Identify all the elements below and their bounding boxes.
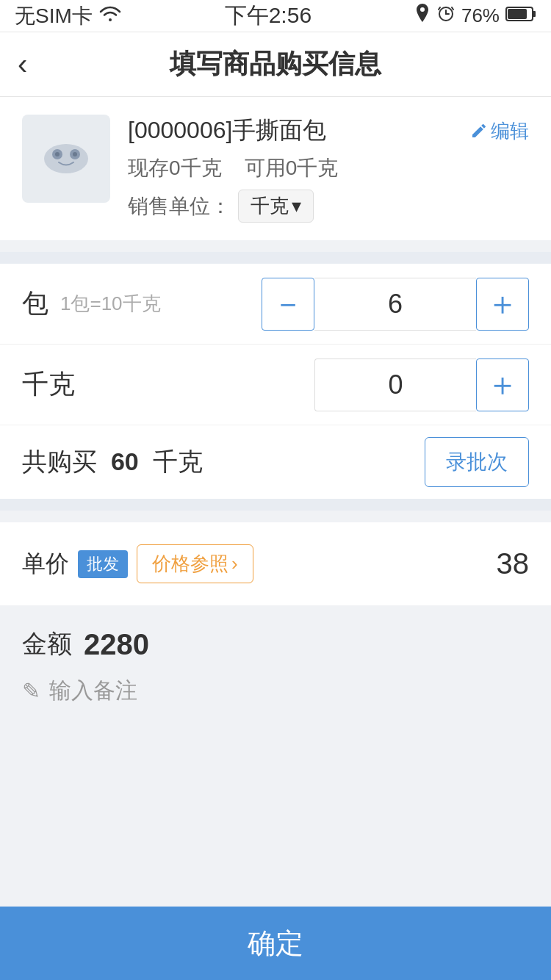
price-label: 单价 bbox=[22, 548, 69, 580]
svg-rect-5 bbox=[508, 9, 527, 19]
unit-value: 千克 bbox=[251, 193, 289, 219]
bao-quantity-input[interactable] bbox=[314, 278, 476, 331]
alarm-icon bbox=[436, 4, 455, 28]
battery-label: 76% bbox=[461, 4, 500, 27]
edit-label: 编辑 bbox=[491, 118, 529, 144]
product-unit-row: 销售单位： 千克 ▾ bbox=[128, 190, 529, 223]
product-name-row: [0000006]手撕面包 编辑 bbox=[128, 115, 529, 147]
remark-placeholder: 输入备注 bbox=[49, 676, 137, 706]
edit-link[interactable]: 编辑 bbox=[470, 118, 529, 144]
price-left: 单价 批发 价格参照 › bbox=[22, 544, 253, 583]
price-section: 单价 批发 价格参照 › 38 bbox=[0, 522, 551, 605]
price-ref-button[interactable]: 价格参照 › bbox=[137, 544, 253, 583]
svg-point-9 bbox=[55, 152, 60, 156]
amount-label: 金额 bbox=[22, 627, 72, 661]
wholesale-badge: 批发 bbox=[78, 550, 128, 578]
status-right: 76% bbox=[414, 4, 536, 28]
product-info: [0000006]手撕面包 编辑 现存0千克 可用0千克 销售单位： 千克 ▾ bbox=[128, 115, 529, 223]
batch-button[interactable]: 录批次 bbox=[425, 437, 529, 487]
bao-increment-button[interactable]: ＋ bbox=[476, 278, 529, 331]
page-title: 填写商品购买信息 bbox=[170, 46, 381, 82]
stock-text: 现存0千克 bbox=[128, 156, 222, 179]
battery-icon bbox=[505, 4, 536, 27]
bao-controls: － ＋ bbox=[262, 278, 529, 331]
product-stock: 现存0千克 可用0千克 bbox=[128, 154, 529, 182]
total-amount: 60 bbox=[111, 447, 139, 475]
dropdown-icon: ▾ bbox=[292, 195, 301, 217]
available-text: 可用0千克 bbox=[245, 156, 339, 179]
product-name-text: [0000006]手撕面包 bbox=[128, 115, 326, 147]
bao-label-main: 包 bbox=[22, 286, 48, 322]
price-value: 38 bbox=[497, 547, 530, 580]
content-spacer bbox=[0, 728, 551, 904]
price-ref-label: 价格参照 bbox=[152, 551, 228, 577]
amount-row: 金额 2280 bbox=[22, 627, 529, 661]
back-button[interactable]: ‹ bbox=[18, 48, 27, 81]
status-bar: 无SIM卡 下午2:56 76% bbox=[0, 0, 551, 32]
amount-value: 2280 bbox=[84, 628, 149, 661]
total-label: 共购买 60 千克 bbox=[22, 445, 425, 479]
carrier-label: 无SIM卡 bbox=[15, 2, 93, 30]
status-left: 无SIM卡 bbox=[15, 2, 122, 30]
confirm-button-label: 确定 bbox=[248, 925, 303, 962]
total-unit: 千克 bbox=[153, 447, 203, 475]
kg-quantity-input[interactable] bbox=[314, 359, 476, 411]
kg-quantity-row: 千克 ＋ bbox=[0, 345, 551, 425]
amount-section: 金额 2280 ✎ 输入备注 bbox=[0, 605, 551, 728]
chevron-right-icon: › bbox=[231, 552, 238, 575]
remark-row[interactable]: ✎ 输入备注 bbox=[22, 676, 529, 706]
pencil-icon: ✎ bbox=[22, 678, 40, 704]
product-thumbnail bbox=[22, 115, 110, 203]
bao-label: 包 1包=10千克 bbox=[22, 286, 262, 322]
divider-1 bbox=[0, 252, 551, 264]
kg-controls: ＋ bbox=[314, 359, 529, 411]
kg-label: 千克 bbox=[22, 367, 314, 403]
status-time: 下午2:56 bbox=[225, 1, 311, 31]
wifi-icon bbox=[98, 4, 122, 28]
product-card: [0000006]手撕面包 编辑 现存0千克 可用0千克 销售单位： 千克 ▾ bbox=[0, 97, 551, 240]
kg-label-main: 千克 bbox=[22, 367, 75, 403]
bao-decrement-button[interactable]: － bbox=[262, 278, 314, 331]
kg-increment-button[interactable]: ＋ bbox=[476, 359, 529, 411]
total-row: 共购买 60 千克 录批次 bbox=[0, 425, 551, 499]
total-prefix: 共购买 bbox=[22, 447, 97, 475]
svg-point-10 bbox=[73, 152, 77, 156]
price-row: 单价 批发 价格参照 › 38 bbox=[22, 544, 529, 583]
svg-point-6 bbox=[44, 144, 88, 173]
unit-label: 销售单位： bbox=[128, 192, 231, 220]
svg-rect-4 bbox=[533, 11, 536, 17]
nav-bar: ‹ 填写商品购买信息 bbox=[0, 32, 551, 97]
divider-2 bbox=[0, 499, 551, 511]
confirm-bar[interactable]: 确定 bbox=[0, 907, 551, 980]
bao-quantity-row: 包 1包=10千克 － ＋ bbox=[0, 264, 551, 345]
location-icon bbox=[414, 4, 431, 28]
unit-selector[interactable]: 千克 ▾ bbox=[238, 190, 314, 223]
bao-label-sub: 1包=10千克 bbox=[60, 291, 161, 317]
